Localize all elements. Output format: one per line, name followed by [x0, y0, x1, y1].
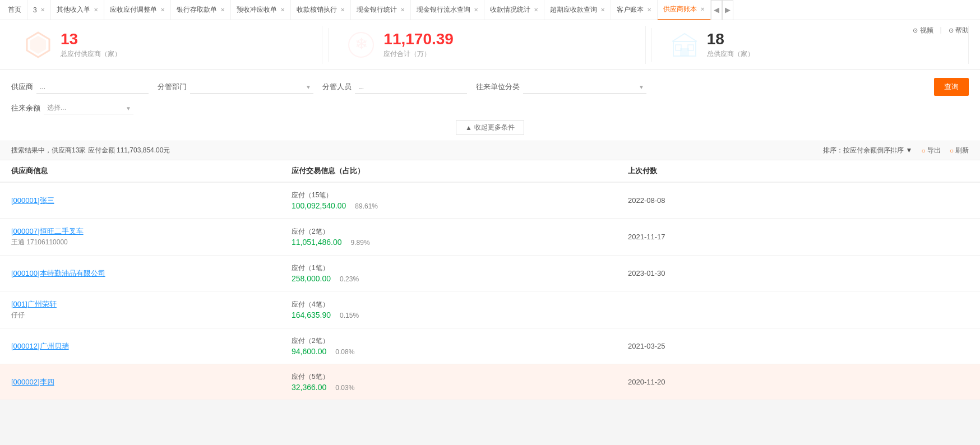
tx-row-0: 100,092,540.00 89.61%	[292, 200, 628, 210]
video-icon: ⊙	[913, 27, 918, 34]
video-link[interactable]: ⊙ 视频	[913, 26, 933, 35]
refresh-button[interactable]: ○ 刷新	[950, 146, 969, 155]
nav-tab-3[interactable]: 3 ✕	[27, 0, 51, 20]
supplier-sub-3: 仔仔	[11, 310, 292, 320]
close-icon[interactable]: ✕	[40, 7, 45, 13]
stat-number-total-suppliers: 18	[707, 31, 754, 48]
query-button[interactable]: 查询	[934, 78, 969, 96]
person-input[interactable]	[355, 81, 467, 94]
close-icon[interactable]: ✕	[280, 7, 285, 13]
dept-field: 分管部门	[158, 81, 313, 94]
sort-button[interactable]: 排序：按应付余额倒序排序 ▼	[823, 146, 912, 155]
stat-label-total-payable: 应付合计（万）	[383, 49, 454, 59]
close-icon[interactable]: ✕	[600, 7, 605, 13]
table-row: [000012]广州贝瑞 应付（2笔） 94,600.00 0.08% 2021…	[0, 328, 980, 364]
tab-label: 收款核销执行	[297, 5, 337, 15]
collapse-area: ▲ 收起更多条件	[11, 120, 969, 135]
close-icon[interactable]: ✕	[400, 7, 405, 13]
header-stats: 13 总应付供应商（家） ❄ 11,170.39 应付合计（万）	[0, 20, 980, 70]
balance-field: 往来余额 选择...	[11, 101, 133, 114]
close-icon[interactable]: ✕	[94, 7, 98, 13]
nav-tab-receipt-verify[interactable]: 收款核销执行 ✕	[291, 0, 351, 20]
close-icon[interactable]: ✕	[534, 7, 538, 13]
tx-label-1: 应付（2笔）	[292, 227, 628, 237]
tx-row-1: 11,051,486.00 9.89%	[292, 237, 628, 247]
tx-amount-3[interactable]: 164,635.90	[292, 310, 331, 319]
nav-tab-overdue-ar[interactable]: 超期应收款查询 ✕	[544, 0, 611, 20]
table-row: [000007]恒旺二手叉车 王通 17106110000 应付（2笔） 11,…	[0, 219, 980, 256]
stat-label-payable: 总应付供应商（家）	[61, 49, 121, 59]
nav-arrow-left[interactable]: ◀	[711, 0, 722, 20]
tx-amount-4[interactable]: 94,600.00	[292, 347, 326, 356]
balance-label: 往来余额	[11, 103, 40, 113]
header-actions: ⊙ 视频 | ⊙ 帮助	[913, 26, 969, 35]
supplier-link-2[interactable]: [000100]本特勤油品有限公司	[11, 268, 292, 279]
tx-label-2: 应付（1笔）	[292, 263, 628, 273]
supplier-link-5[interactable]: [000002]李四	[11, 377, 292, 387]
supplier-link-1[interactable]: [000007]恒旺二手叉车	[11, 226, 292, 237]
close-icon[interactable]: ✕	[220, 7, 225, 13]
export-icon: ○	[922, 147, 926, 155]
tx-row-2: 258,000.00 0.23%	[292, 273, 628, 283]
supplier-link-0[interactable]: [000001]张三	[11, 196, 292, 206]
tab-label: 首页	[8, 5, 21, 15]
last-pay-4: 2021-03-25	[628, 342, 969, 350]
person-field: 分管人员	[322, 81, 467, 94]
tab-label: 现金银行流水查询	[417, 5, 470, 15]
tx-percent-0: 89.61%	[355, 202, 378, 210]
supplier-link-4[interactable]: [000012]广州贝瑞	[11, 341, 292, 351]
dept-label: 分管部门	[158, 82, 187, 92]
nav-tab-ar-ap-adjust[interactable]: 应收应付调整单 ✕	[104, 0, 171, 20]
nav-tab-other-income[interactable]: 其他收入单 ✕	[51, 0, 104, 20]
category-label: 往来单位分类	[476, 82, 520, 92]
supplier-link-3[interactable]: [001]广州荣轩	[11, 299, 292, 309]
tx-amount-2[interactable]: 258,000.00	[292, 274, 331, 283]
close-icon[interactable]: ✕	[647, 7, 651, 13]
search-area: 供应商 分管部门 分管人员 往来单位分类 查询 往来	[0, 70, 980, 141]
help-link[interactable]: ⊙ 帮助	[949, 26, 969, 35]
search-row-1: 供应商 分管部门 分管人员 往来单位分类 查询	[11, 78, 969, 96]
category-select[interactable]	[523, 81, 646, 94]
close-icon[interactable]: ✕	[160, 7, 165, 13]
close-icon[interactable]: ✕	[340, 7, 345, 13]
balance-select[interactable]: 选择...	[44, 101, 133, 114]
nav-tab-cash-bank-stat[interactable]: 现金银行统计 ✕	[351, 0, 411, 20]
tab-label: 客户账本	[617, 5, 644, 15]
supplier-info-3: [001]广州荣轩 仔仔	[11, 299, 292, 320]
col-header-lastpay: 上次付数	[628, 166, 969, 176]
refresh-icon: ○	[950, 147, 954, 155]
nav-tab-receipt-stat[interactable]: 收款情况统计 ✕	[484, 0, 544, 20]
supplier-input[interactable]	[36, 81, 149, 94]
tx-amount-5[interactable]: 32,366.00	[292, 383, 326, 392]
nav-tab-customer-ledger[interactable]: 客户账本 ✕	[611, 0, 658, 20]
tx-info-4: 应付（2笔） 94,600.00 0.08%	[292, 336, 628, 356]
nav-tab-home[interactable]: 首页	[2, 0, 27, 20]
tab-label: 3	[33, 6, 37, 14]
export-button[interactable]: ○ 导出	[922, 146, 941, 155]
tx-label-4: 应付（2笔）	[292, 336, 628, 346]
nav-tab-cash-bank-flow[interactable]: 现金银行流水查询 ✕	[411, 0, 484, 20]
nav-tab-bank-deposit[interactable]: 银行存取款单 ✕	[171, 0, 231, 20]
nav-tab-supplier-ledger[interactable]: 供应商账本 ✕	[658, 0, 711, 20]
stat-info-payable: 13 总应付供应商（家）	[61, 31, 121, 59]
supplier-field: 供应商	[11, 81, 149, 94]
collapse-icon: ▲	[465, 124, 472, 132]
close-icon[interactable]: ✕	[474, 7, 478, 13]
tab-label: 现金银行统计	[357, 5, 397, 15]
tx-amount-1[interactable]: 11,051,486.00	[292, 238, 342, 247]
last-pay-2: 2023-01-30	[628, 269, 969, 277]
tab-label: 应收应付调整单	[110, 5, 157, 15]
close-icon[interactable]: ✕	[700, 6, 705, 12]
data-table: 供应商信息 应付交易信息（占比） 上次付数 [000001]张三 应付（15笔）…	[0, 160, 980, 400]
diamond-icon	[22, 29, 54, 61]
tx-row-5: 32,366.00 0.03%	[292, 382, 628, 392]
help-icon: ⊙	[949, 27, 954, 34]
tx-amount-0[interactable]: 100,092,540.00	[292, 201, 346, 210]
tab-label: 供应商账本	[663, 4, 697, 14]
nav-arrow-right[interactable]: ▶	[722, 0, 733, 20]
table-row: [000001]张三 应付（15笔） 100,092,540.00 89.61%…	[0, 183, 980, 219]
dept-select[interactable]	[190, 81, 313, 94]
stat-number-payable: 13	[61, 31, 121, 48]
collapse-button[interactable]: ▲ 收起更多条件	[456, 120, 524, 135]
nav-tab-prepay-ar[interactable]: 预收冲应收单 ✕	[231, 0, 291, 20]
